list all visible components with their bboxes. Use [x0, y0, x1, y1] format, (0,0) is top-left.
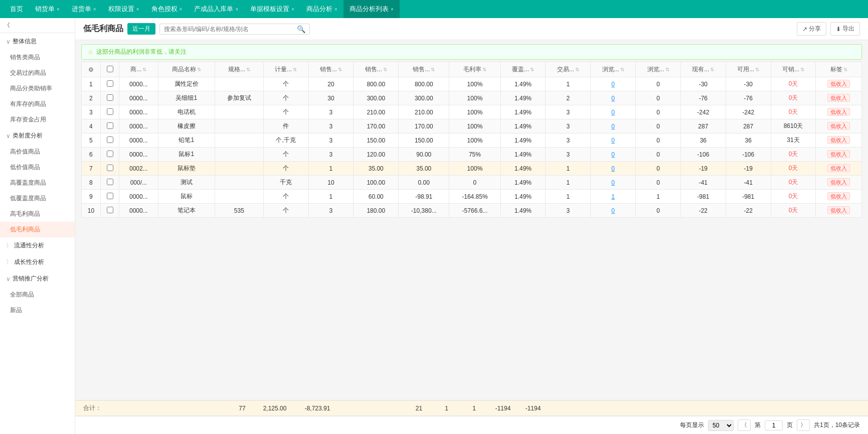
date-filter-button[interactable]: 近一月	[127, 23, 155, 35]
export-button[interactable]: ⬇ 导出	[830, 22, 860, 36]
next-page-button[interactable]: 〉	[797, 419, 810, 431]
row-select-checkbox[interactable]	[107, 207, 113, 213]
col-coverage[interactable]: 覆盖...⇅	[500, 62, 546, 77]
row-browse1[interactable]: 0	[591, 176, 636, 190]
nav-role-auth[interactable]: 角色授权 ×	[145, 0, 189, 18]
sidebar-item-all-goods[interactable]: 全部商品	[0, 287, 75, 303]
page-input[interactable]	[765, 420, 783, 430]
sidebar-item-high-coverage[interactable]: 高覆盖度商品	[0, 175, 75, 191]
sidebar-item-in-stock[interactable]: 有库存的商品	[0, 96, 75, 112]
table-row[interactable]: 7 0002... 鼠标垫 个 1 35.00 35.00 100% 1.49%…	[82, 162, 862, 176]
table-row[interactable]: 8 000/... 测试 千克 10 100.00 0.00 0 1.49% 1…	[82, 176, 862, 190]
col-sale-profit[interactable]: 销售...⇅	[399, 62, 449, 77]
col-code[interactable]: 商...⇅	[119, 62, 158, 77]
nav-sales-order[interactable]: 销货单 ×	[29, 0, 66, 18]
table-row[interactable]: 10 0000... 笔记本 535 个 3 180.00 -10,380...…	[82, 204, 862, 218]
row-gross-rate: -5766.6...	[449, 204, 500, 218]
col-gross-rate[interactable]: 毛利率⇅	[449, 62, 500, 77]
col-unit[interactable]: 计量...⇅	[263, 62, 308, 77]
row-select-checkbox[interactable]	[107, 108, 113, 115]
prev-page-button[interactable]: 〈	[738, 419, 751, 431]
page-suffix: 页	[787, 421, 793, 429]
row-browse1[interactable]: 0	[591, 204, 636, 218]
share-button[interactable]: ↗ 分享	[797, 22, 826, 36]
sidebar-item-low-value[interactable]: 低价值商品	[0, 160, 75, 175]
sidebar-group-class-analysis[interactable]: ∨ 类射度分析	[0, 127, 75, 144]
col-browse2[interactable]: 浏览...⇅	[636, 62, 681, 77]
close-icon[interactable]: ×	[391, 7, 394, 12]
col-sale-amt[interactable]: 销售...⇅	[354, 62, 399, 77]
row-browse1[interactable]: 0	[591, 148, 636, 162]
row-browse1[interactable]: 0	[591, 119, 636, 133]
col-tag[interactable]: 标签⇅	[816, 62, 862, 77]
nav-template-settings[interactable]: 单据模板设置 ×	[244, 0, 300, 18]
row-browse1[interactable]: 0	[591, 133, 636, 148]
row-select-checkbox[interactable]	[107, 165, 113, 171]
row-sale-qty: 3	[308, 105, 354, 119]
col-spec[interactable]: 规格...⇅	[215, 62, 264, 77]
col-saleable[interactable]: 可销...⇅	[771, 62, 816, 77]
close-icon[interactable]: ×	[334, 7, 337, 12]
row-settings: 1	[82, 77, 101, 91]
col-available[interactable]: 可用...⇅	[726, 62, 771, 77]
col-settings[interactable]: ⚙	[82, 62, 101, 77]
sidebar-group-circulation[interactable]: 〉 流通性分析	[0, 237, 75, 254]
nav-purchase-order[interactable]: 进货单 ×	[66, 0, 102, 18]
table-row[interactable]: 4 0000... 橡皮擦 件 3 170.00 170.00 100% 1.4…	[82, 119, 862, 133]
nav-product-entry[interactable]: 产成品入库单 ×	[188, 0, 244, 18]
sidebar-group-marketing[interactable]: ∨ 营销推广分析	[0, 270, 75, 287]
nav-product-analysis-list[interactable]: 商品分析列表 ×	[343, 0, 400, 18]
close-icon[interactable]: ×	[57, 7, 60, 12]
nav-permission-settings[interactable]: 权限设置 ×	[102, 0, 145, 18]
sidebar-item-new-goods[interactable]: 新品	[0, 303, 75, 318]
row-browse1[interactable]: 0	[591, 77, 636, 91]
sidebar-item-low-coverage[interactable]: 低覆盖度商品	[0, 191, 75, 206]
close-icon[interactable]: ×	[136, 7, 139, 12]
search-icon[interactable]: 🔍	[297, 25, 305, 33]
row-select-checkbox[interactable]	[107, 94, 113, 101]
col-browse1[interactable]: 浏览...⇅	[591, 62, 636, 77]
row-select-checkbox[interactable]	[107, 193, 113, 199]
page-size-select[interactable]: 50 100 200	[708, 420, 734, 431]
close-icon[interactable]: ×	[93, 7, 96, 12]
close-icon[interactable]: ×	[235, 7, 238, 12]
row-select-checkbox[interactable]	[107, 80, 113, 87]
sidebar-item-inventory-capital[interactable]: 库存资金占用	[0, 112, 75, 127]
sidebar-item-high-value[interactable]: 高价值商品	[0, 144, 75, 160]
sidebar-item-sales-goods[interactable]: 销售类商品	[0, 50, 75, 65]
row-saleable: 0天	[771, 176, 816, 190]
sidebar-item-traded-goods[interactable]: 交易过的商品	[0, 65, 75, 81]
table-row[interactable]: 1 0000... 属性定价 个 20 800.00 800.00 100% 1…	[82, 77, 862, 91]
row-browse1[interactable]: 0	[591, 91, 636, 105]
close-icon[interactable]: ×	[291, 7, 294, 12]
nav-product-analysis[interactable]: 商品分析 ×	[300, 0, 343, 18]
table-row[interactable]: 5 0000... 铅笔1 个,千克 3 150.00 150.00 100% …	[82, 133, 862, 148]
row-browse1[interactable]: 0	[591, 105, 636, 119]
table-row[interactable]: 3 0000... 电话机 个 3 210.00 210.00 100% 1.4…	[82, 105, 862, 119]
row-select-checkbox[interactable]	[107, 179, 113, 185]
col-sale-qty[interactable]: 销售...⇅	[308, 62, 354, 77]
row-select-checkbox[interactable]	[107, 122, 113, 129]
table-row[interactable]: 6 0000... 鼠标1 个 3 120.00 90.00 75% 1.49%…	[82, 148, 862, 162]
table-row[interactable]: 9 0000... 鼠标 个 1 60.00 -98.91 -164.85% 1…	[82, 190, 862, 204]
search-input[interactable]	[164, 26, 297, 33]
col-name[interactable]: 商品名称⇅	[158, 62, 215, 77]
row-select-checkbox[interactable]	[107, 151, 113, 157]
row-select-checkbox[interactable]	[107, 136, 113, 143]
row-spec	[215, 190, 264, 204]
col-current[interactable]: 现有...⇅	[680, 62, 726, 77]
row-browse1[interactable]: 0	[591, 162, 636, 176]
sidebar-group-growth[interactable]: 〉 成长性分析	[0, 254, 75, 270]
row-settings: 7	[82, 162, 101, 176]
nav-home[interactable]: 首页	[4, 0, 29, 18]
sidebar-group-overall[interactable]: ∨ 整体信息	[0, 33, 75, 50]
row-browse1[interactable]: 1	[591, 190, 636, 204]
close-icon[interactable]: ×	[180, 7, 183, 12]
select-all-checkbox[interactable]	[107, 66, 113, 72]
col-trade[interactable]: 交易...⇅	[546, 62, 591, 77]
sidebar-item-high-margin[interactable]: 高毛利商品	[0, 206, 75, 222]
sidebar-collapse-btn[interactable]: 《	[4, 21, 71, 30]
table-row[interactable]: 2 0000... 吴细细1 参加复试 个 30 300.00 300.00 1…	[82, 91, 862, 105]
sidebar-item-low-margin[interactable]: 低毛利商品	[0, 222, 75, 237]
sidebar-item-category-rate[interactable]: 商品分类助销率	[0, 81, 75, 96]
